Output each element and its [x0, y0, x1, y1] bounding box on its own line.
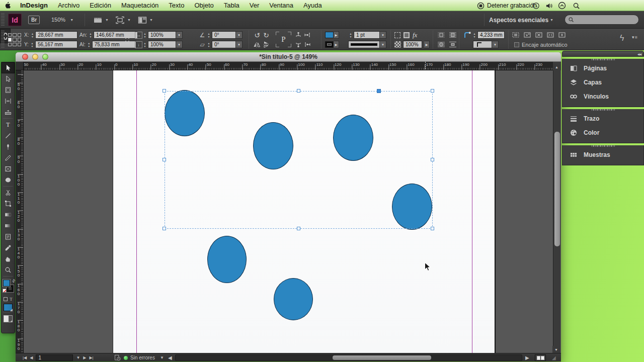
menu-archivo[interactable]: Archivo	[53, 0, 85, 11]
page-number-field[interactable]: 1	[36, 354, 73, 361]
volume-icon[interactable]	[544, 1, 553, 10]
cs-live-icon[interactable]: ϟ	[620, 34, 624, 43]
display-menu-icon[interactable]	[557, 1, 567, 10]
margin-guide[interactable]	[136, 70, 137, 353]
tool-pen[interactable]	[2, 141, 15, 152]
vertical-scrollbar-thumb[interactable]	[554, 132, 560, 246]
panel-button-color[interactable]: Color	[562, 126, 643, 140]
dock-collapse-bar[interactable]: ◀◀	[562, 51, 644, 57]
select-container-button[interactable]: P	[276, 32, 291, 47]
chevron-down-icon[interactable]: ▼	[236, 31, 243, 39]
arrange-documents-dropdown[interactable]: ▼	[136, 15, 155, 25]
formatting-affects-container-icon[interactable]	[4, 297, 8, 301]
tool-direct-selection[interactable]	[2, 73, 15, 84]
tool-gradient-swatch[interactable]	[2, 209, 15, 220]
selection-bounding-box[interactable]	[165, 91, 433, 229]
selection-handle[interactable]	[431, 158, 434, 161]
stroke-style-field[interactable]	[348, 41, 380, 48]
chevron-down-icon[interactable]: ▼	[492, 41, 499, 48]
menu-tabla[interactable]: Tabla	[219, 0, 245, 11]
search-box[interactable]	[565, 15, 639, 25]
fill-swatch[interactable]	[325, 32, 334, 38]
preflight-menu-icon[interactable]: ▼	[160, 355, 164, 360]
menu-maquetacion[interactable]: Maquetación	[116, 0, 164, 11]
opacity-arrow-icon[interactable]: ▶	[424, 41, 430, 48]
rotation-stepper[interactable]: ▲▼	[206, 32, 211, 38]
tool-eyedropper[interactable]	[2, 242, 15, 253]
ellipse-shape[interactable]	[207, 236, 247, 283]
selection-handle[interactable]	[297, 227, 300, 230]
selection-handle[interactable]	[163, 158, 166, 161]
select-next-object-icon[interactable]	[294, 40, 303, 49]
tool-gradient-feather[interactable]	[2, 220, 15, 231]
tool-zoom[interactable]	[2, 264, 15, 276]
height-stepper[interactable]: ▲▼	[87, 42, 92, 48]
tool-type[interactable]: T	[2, 119, 15, 130]
scale-x-stepper[interactable]: ▲▼	[142, 32, 147, 38]
no-text-wrap-icon[interactable]	[437, 31, 446, 39]
rotate-cw-icon[interactable]: ↻	[262, 31, 271, 39]
menu-indesign[interactable]: InDesign	[15, 0, 53, 11]
tool-rectangle-frame[interactable]	[2, 163, 15, 174]
x-position-field[interactable]: 28,667 mm	[35, 31, 77, 39]
select-previous-object-icon[interactable]	[294, 31, 303, 39]
view-mode-button[interactable]	[4, 315, 13, 322]
tool-free-transform[interactable]	[2, 198, 15, 209]
corner-radius-field[interactable]: 4,233 mm	[477, 31, 505, 39]
tool-line[interactable]	[2, 130, 15, 141]
width-stepper[interactable]: ▲▼	[88, 32, 93, 38]
panel-button-capas[interactable]: Capas	[562, 75, 643, 89]
reference-point-proxy[interactable]	[8, 33, 21, 46]
menu-ventana[interactable]: Ventana	[264, 0, 298, 11]
fit-content-to-frame-icon[interactable]	[546, 31, 554, 39]
screen-mode-dropdown[interactable]: ▼	[114, 15, 133, 25]
constrain-dimensions-icon[interactable]	[124, 35, 131, 45]
appbar-grip[interactable]	[1, 13, 5, 26]
tool-ellipse[interactable]	[2, 174, 15, 186]
apply-color-button[interactable]	[4, 304, 13, 311]
rotation-field[interactable]: 0°	[212, 31, 236, 39]
panel-button-vinculos[interactable]: Vínculos	[562, 89, 643, 104]
fill-target-icon[interactable]	[404, 32, 410, 38]
panel-menu-icon[interactable]: ▾≡	[632, 35, 638, 40]
horizontal-scrollbar-thumb[interactable]	[333, 355, 431, 360]
selection-handle[interactable]	[431, 89, 434, 93]
workspace-switcher[interactable]: Aspectos esenciales ▼	[489, 15, 553, 25]
stroke-weight-field[interactable]: 1 pt	[354, 31, 380, 39]
menu-ayuda[interactable]: Ayuda	[298, 0, 327, 11]
drag-handle[interactable]	[592, 109, 615, 111]
selection-handle[interactable]	[297, 89, 300, 93]
menu-objeto[interactable]: Objeto	[189, 0, 218, 11]
wrap-bounding-box-icon[interactable]	[448, 31, 457, 39]
scroll-down-icon[interactable]: ▼	[552, 346, 560, 353]
scale-y-field[interactable]: 100%	[148, 41, 176, 48]
width-field[interactable]: 146,667 mm	[94, 31, 138, 39]
view-options-dropdown[interactable]: ▼	[92, 15, 111, 25]
previous-page-icon[interactable]: ◀	[30, 355, 33, 360]
chevron-down-icon[interactable]: ▼	[236, 41, 243, 48]
time-machine-icon[interactable]	[531, 1, 540, 10]
tool-selection[interactable]	[2, 62, 15, 73]
chevron-down-icon[interactable]: ▼	[176, 41, 183, 48]
panel-button-muestras[interactable]: Muestras	[562, 148, 643, 162]
menu-ver[interactable]: Ver	[245, 0, 265, 11]
stroke-swatch[interactable]	[325, 41, 334, 48]
control-panel-grip[interactable]	[1, 31, 5, 48]
fill-arrow-icon[interactable]: ▶	[334, 31, 339, 39]
panel-button-paginas[interactable]: Páginas	[562, 61, 643, 75]
scroll-left-icon[interactable]: ◀	[168, 353, 172, 362]
effects-menu[interactable]: fx	[413, 31, 417, 39]
tool-gap[interactable]	[2, 96, 15, 107]
fit-content-proportionally-icon[interactable]	[523, 31, 531, 39]
apple-menu[interactable]	[0, 2, 15, 9]
opacity-field[interactable]: 100%	[403, 41, 422, 48]
first-page-icon[interactable]: |◀	[23, 355, 27, 360]
jump-object-icon[interactable]	[448, 40, 457, 49]
vertical-scrollbar[interactable]: ▼	[553, 70, 560, 353]
canvas[interactable]: 5060708090100110120130140150160170180190…	[16, 70, 561, 353]
selection-handle[interactable]	[163, 227, 166, 230]
preflight-group[interactable]: Sin errores ▼	[114, 353, 164, 362]
formatting-affects-text-icon[interactable]: T	[10, 297, 13, 302]
corner-radius-stepper[interactable]: ▲▼	[472, 32, 477, 38]
menu-texto[interactable]: Texto	[164, 0, 189, 11]
